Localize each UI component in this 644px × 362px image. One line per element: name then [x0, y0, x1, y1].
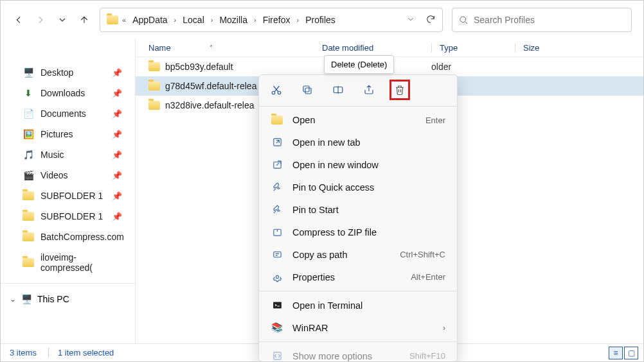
- music-icon: 🎵: [22, 150, 34, 160]
- breadcrumb-part[interactable]: AppData: [130, 13, 170, 26]
- ctx-label: Pin to Quick access: [292, 182, 374, 193]
- breadcrumb-part[interactable]: Profiles: [303, 13, 338, 26]
- ctx-open[interactable]: OpenEnter: [259, 109, 457, 131]
- ctx-open-new-tab[interactable]: Open in new tab: [259, 131, 457, 153]
- ctx-pin-quick[interactable]: Pin to Quick access: [259, 176, 457, 198]
- chevron-right-icon: ›: [211, 16, 213, 24]
- ctx-winrar[interactable]: 📚WinRAR›: [259, 316, 457, 339]
- address-bar[interactable]: « AppData› Local› Mozilla› Firefox› Prof…: [100, 8, 443, 32]
- sidebar-item-label: Documents: [40, 108, 86, 119]
- ctx-pin-start[interactable]: Pin to Start: [259, 198, 457, 221]
- delete-icon[interactable]: [389, 80, 410, 100]
- rename-icon[interactable]: [331, 83, 345, 97]
- sidebar-item-label: iloveimg-compressed(: [40, 252, 126, 273]
- pin-icon: [271, 182, 283, 193]
- pictures-icon: 🖼️: [22, 129, 34, 139]
- breadcrumb-part[interactable]: Local: [180, 13, 206, 26]
- file-name: n32d8ive.default-relea: [165, 100, 255, 110]
- ctx-label: WinRAR: [292, 323, 328, 333]
- file-type: older: [431, 62, 451, 72]
- chevron-down-icon: ⌄: [10, 295, 16, 304]
- view-icons-button[interactable]: ▢: [624, 347, 638, 359]
- breadcrumb-part[interactable]: Mozilla: [217, 13, 250, 26]
- ctx-label: Show more options: [292, 351, 372, 361]
- ctx-more-options[interactable]: Show more optionsShift+F10: [259, 345, 457, 362]
- sidebar-item-folder[interactable]: SUBFOLDER 1📌: [1, 185, 135, 206]
- copy-icon[interactable]: [300, 83, 314, 97]
- properties-icon: [271, 272, 283, 282]
- breadcrumb-part[interactable]: Firefox: [260, 13, 293, 26]
- search-icon: [459, 15, 469, 25]
- sort-indicator-icon: ˄: [210, 44, 213, 51]
- folder-icon: [22, 232, 34, 241]
- column-date[interactable]: Date modified: [322, 43, 431, 53]
- back-button[interactable]: [12, 13, 25, 26]
- documents-icon: 📄: [22, 108, 34, 119]
- column-type[interactable]: Type: [431, 43, 515, 53]
- chevron-right-icon: ›: [174, 16, 177, 24]
- ctx-compress[interactable]: Compress to ZIP file: [259, 221, 457, 243]
- context-menu: OpenEnter Open in new tab Open in new wi…: [258, 74, 458, 362]
- folder-icon: [107, 15, 118, 24]
- share-icon[interactable]: [362, 83, 376, 97]
- sidebar-item-thispc[interactable]: ⌄🖥️This PC: [1, 289, 135, 309]
- more-icon: [271, 350, 283, 361]
- folder-icon: [22, 191, 34, 200]
- pin-icon: 📌: [112, 171, 122, 180]
- sidebar-item-label: SUBFOLDER 1: [40, 211, 103, 221]
- sidebar-item-folder[interactable]: SUBFOLDER 1📌: [1, 206, 135, 227]
- sidebar-item-documents[interactable]: 📄Documents📌: [1, 103, 135, 124]
- column-name[interactable]: Name: [148, 43, 171, 53]
- up-button[interactable]: [78, 13, 91, 26]
- status-count: 3 items: [10, 348, 37, 358]
- path-icon: [271, 249, 283, 260]
- ctx-terminal[interactable]: Open in Terminal: [259, 294, 457, 316]
- pin-icon: 📌: [112, 191, 122, 201]
- pin-icon: 📌: [112, 109, 122, 119]
- ctx-open-new-window[interactable]: Open in new window: [259, 153, 457, 176]
- context-toolbar: [259, 75, 457, 103]
- cut-icon[interactable]: [269, 83, 283, 97]
- ctx-copy-path[interactable]: Copy as pathCtrl+Shift+C: [259, 243, 457, 266]
- sidebar-item-downloads[interactable]: ⬇Downloads📌: [1, 83, 135, 103]
- chevron-right-icon: ›: [254, 16, 256, 24]
- sidebar-item-label: This PC: [37, 294, 69, 304]
- recent-dropdown[interactable]: [56, 13, 69, 26]
- pin-icon: 📌: [112, 212, 122, 221]
- zip-icon: [271, 227, 283, 237]
- ctx-label: Compress to ZIP file: [292, 227, 377, 237]
- sidebar-item-folder[interactable]: iloveimg-compressed(: [1, 247, 135, 278]
- file-name: bp5cb93y.default: [165, 62, 233, 72]
- sidebar-item-folder[interactable]: BatchCompress.com: [1, 227, 135, 247]
- search-box[interactable]: [452, 8, 632, 32]
- sidebar-item-videos[interactable]: 🎬Videos📌: [1, 165, 135, 185]
- sidebar-item-label: Pictures: [40, 129, 73, 139]
- refresh-button[interactable]: [425, 14, 436, 26]
- downloads-icon: ⬇: [22, 88, 34, 98]
- column-size[interactable]: Size: [515, 43, 539, 53]
- sidebar-item-desktop[interactable]: 🖥️Desktop📌: [1, 62, 135, 83]
- ctx-label: Pin to Start: [292, 205, 339, 215]
- ctx-label: Properties: [292, 272, 335, 282]
- ctx-label: Open in new tab: [292, 137, 361, 148]
- forward-button[interactable]: [34, 13, 47, 26]
- ctx-label: Copy as path: [292, 250, 347, 260]
- folder-icon: [148, 101, 160, 110]
- sidebar-item-music[interactable]: 🎵Music📌: [1, 144, 135, 165]
- ctx-label: Open: [292, 115, 315, 125]
- sidebar-item-label: Music: [40, 150, 64, 160]
- sidebar-item-label: Videos: [40, 170, 68, 180]
- chevron-right-icon: ›: [296, 16, 299, 24]
- breadcrumb-overflow[interactable]: «: [122, 16, 126, 24]
- view-details-button[interactable]: ≡: [609, 347, 623, 359]
- sidebar-item-pictures[interactable]: 🖼️Pictures📌: [1, 124, 135, 144]
- dropdown-icon[interactable]: [406, 15, 415, 26]
- ctx-label: Open in new window: [292, 160, 379, 170]
- pc-icon: 🖥️: [21, 294, 32, 304]
- ctx-properties[interactable]: PropertiesAlt+Enter: [259, 266, 457, 288]
- search-input[interactable]: [474, 15, 625, 25]
- pin-icon: 📌: [112, 130, 122, 139]
- svg-rect-4: [303, 86, 309, 92]
- toolbar: « AppData› Local› Mozilla› Firefox› Prof…: [1, 1, 643, 39]
- ctx-hotkey: Ctrl+Shift+C: [400, 250, 445, 259]
